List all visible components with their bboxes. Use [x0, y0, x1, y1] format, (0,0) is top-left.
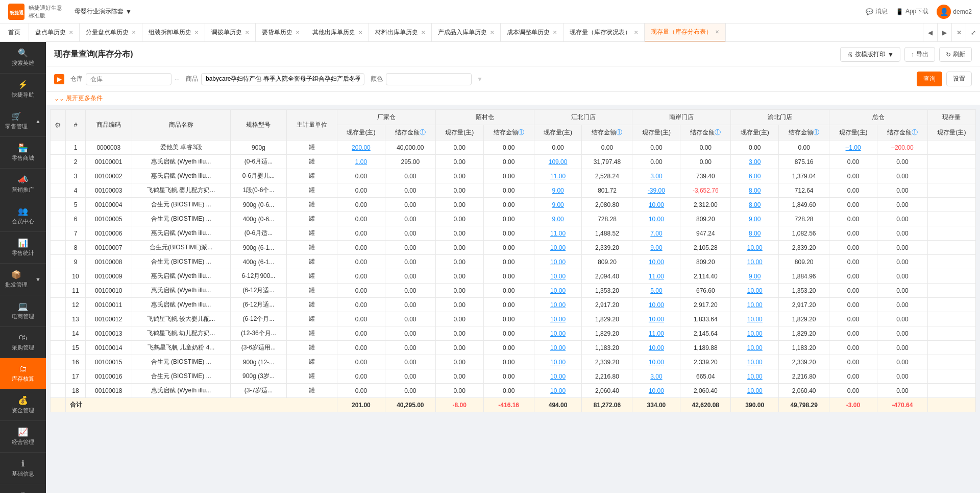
tab-stock-dist[interactable]: 现存量（库存分布表） ✕ — [645, 24, 726, 42]
basics-icon: ℹ — [4, 459, 42, 468]
avatar: 👤 — [937, 5, 951, 19]
tab-material-out[interactable]: 材料出库单历史 ✕ — [369, 24, 432, 42]
close-tab-stock-single[interactable]: ✕ — [69, 30, 73, 35]
th-nanan-amt: 结存金额① — [680, 125, 731, 140]
expand-conditions-btn[interactable]: ⌄⌄ 展开更多条件 — [54, 94, 103, 103]
purchase-icon: 🛍 — [4, 333, 42, 342]
top-right: 💬 消息 📱 App下载 👤 demo2 — [866, 5, 972, 19]
settings-btn[interactable]: 设置 — [946, 72, 972, 86]
th-yubei-amt: 结存金额① — [779, 125, 829, 140]
close-tab-stock-status[interactable]: ✕ — [634, 30, 638, 35]
th-jiangbei-store: 江北门店 — [534, 110, 632, 125]
th-factory-warehouse: 厂家仓 — [337, 110, 435, 125]
th-yubei-qty: 现存量(主) — [731, 125, 779, 140]
print-btn[interactable]: 🖨 按模版打印 ▼ — [840, 47, 900, 62]
close-tab-request-single[interactable]: ✕ — [296, 30, 300, 35]
sidebar-item-system[interactable]: ⚙ 系统管理 — [0, 484, 46, 493]
th-code: 商品编码 — [86, 110, 132, 140]
tab-group-disassemble[interactable]: 组装拆卸单历史 ✕ — [142, 24, 205, 42]
table-row: 300100002惠氏启赋 (Wyeth illu...0-6月婴儿...罐0.… — [51, 169, 976, 183]
product-search: 商品 — [186, 73, 364, 85]
close-tab-product-in[interactable]: ✕ — [490, 30, 494, 35]
tab-request-single[interactable]: 要货单历史 ✕ — [256, 24, 306, 42]
th-yubei-store: 渝北门店 — [731, 110, 829, 125]
logo-line1: 畅捷通好生意 — [29, 4, 62, 11]
th-index: # — [66, 110, 86, 140]
warehouse-more-btn[interactable]: ··· — [175, 76, 180, 83]
search-btn[interactable]: 查询 — [917, 72, 942, 86]
th-mocun-amt: 结存金额① — [483, 125, 534, 140]
refresh-btn[interactable]: ↻ 刷新 — [939, 47, 972, 62]
sidebar-item-finance[interactable]: 💰 资金管理 — [0, 389, 46, 421]
sidebar-item-basics[interactable]: ℹ 基础信息 — [0, 453, 46, 484]
sidebar-item-retailmall[interactable]: 🏪 零售商城 — [0, 137, 46, 169]
retail-expand-icon: ▲ — [35, 118, 41, 124]
app-download-btn[interactable]: 📱 App下载 — [896, 7, 928, 16]
tab-split-stock[interactable]: 分量盘点单历史 ✕ — [80, 24, 142, 42]
export-btn[interactable]: ↑ 导出 — [904, 47, 935, 62]
table-row: 600100005合生元 (BIOSTIME) ...400g (0-6...罐… — [51, 212, 976, 226]
user-menu[interactable]: 👤 demo2 — [937, 5, 972, 19]
nav-expand-btn[interactable]: ⤢ — [966, 24, 980, 42]
close-tab-other-out[interactable]: ✕ — [358, 30, 362, 35]
close-tab-split-stock[interactable]: ✕ — [132, 30, 136, 35]
tab-other-out[interactable]: 其他出库单历史 ✕ — [306, 24, 369, 42]
color-input[interactable] — [386, 73, 472, 85]
table-row: 1000100009惠氏启赋 (Wyeth illu...6-12月900...… — [51, 269, 976, 284]
close-tab-cost-adjust[interactable]: ✕ — [553, 30, 557, 35]
th-current-qty: 现存量(主) — [927, 125, 975, 140]
nav-controls: ◀ ▶ ✕ ⤢ — [923, 24, 980, 42]
nav-close-all-btn[interactable]: ✕ — [951, 24, 966, 42]
inventory-icon: 🗂 — [4, 364, 42, 373]
table-row: 500100004合生元 (BIOSTIME) ...900g (0-6...罐… — [51, 198, 976, 212]
gear-icon[interactable]: ⚙ — [55, 121, 61, 129]
sidebar-item-member[interactable]: 👥 会员中心 — [0, 200, 46, 232]
tab-product-in[interactable]: 产成品入库单历史 ✕ — [432, 24, 501, 42]
search-bar: ▶ 仓库 ··· 商品 颜色 ▼ 查询 设置 — [46, 66, 980, 92]
search-icon: 🔍 — [4, 48, 42, 58]
tab-stock-single[interactable]: 盘点单历史 ✕ — [29, 24, 80, 42]
nav-next-btn[interactable]: ▶ — [937, 24, 951, 42]
sidebar-item-purchase[interactable]: 🛍 采购管理 — [0, 327, 46, 358]
table-container[interactable]: ⚙ # 商品编码 商品名称 规格型号 主计量单位 厂家仓 陌村仓 江北门店 南岸… — [46, 105, 980, 493]
sidebar-item-retailstats[interactable]: 📊 零售统计 — [0, 232, 46, 264]
sidebar-item-retail[interactable]: 🛒 零售管理 ▲ — [0, 105, 46, 137]
messages-btn[interactable]: 💬 消息 — [866, 7, 888, 16]
tab-home[interactable]: 首页 — [0, 24, 29, 42]
product-input[interactable] — [201, 73, 364, 85]
logo-line2: 标准版 — [29, 12, 62, 19]
svg-text:畅捷通: 畅捷通 — [10, 10, 24, 15]
warehouse-search: 仓库 ··· — [70, 73, 180, 85]
close-tab-stock-dist[interactable]: ✕ — [715, 29, 719, 35]
tab-cost-adjust[interactable]: 成本调整单历史 ✕ — [501, 24, 564, 42]
table-row: 1600100015合生元 (BIOSTIME) ...900g (12-...… — [51, 355, 976, 369]
close-tab-adjust-single[interactable]: ✕ — [245, 30, 249, 35]
member-icon: 👥 — [4, 206, 42, 216]
marketing-icon: 📣 — [4, 175, 42, 184]
retailstats-icon: 📊 — [4, 238, 42, 248]
tab-stock-status[interactable]: 现存量（库存状况表） ✕ — [564, 24, 645, 42]
color-search: 颜色 ▼ — [371, 73, 483, 85]
sidebar-item-operations[interactable]: 📈 经营管理 — [0, 421, 46, 453]
sidebar-item-marketing[interactable]: 📣 营销推广 — [0, 169, 46, 200]
nav-prev-btn[interactable]: ◀ — [923, 24, 937, 42]
sidebar-item-inventory[interactable]: 🗂 库存核算 — [0, 358, 46, 389]
collapse-arrow[interactable]: ▶ — [54, 74, 64, 84]
sidebar-item-wholesale[interactable]: 📦 批发管理 ▼ — [0, 264, 46, 295]
color-dropdown-icon[interactable]: ▼ — [477, 76, 483, 83]
industry-selector[interactable]: 母婴行业演示陈套 ▼ — [75, 7, 132, 16]
content-area: 现存量查询(库存分布) 🖨 按模版打印 ▼ ↑ 导出 ↻ 刷新 — [46, 42, 980, 493]
sidebar-item-ecommerce[interactable]: 💻 电商管理 — [0, 295, 46, 327]
sidebar-item-search[interactable]: 🔍 搜索英雄 — [0, 42, 46, 74]
close-tab-material-out[interactable]: ✕ — [421, 30, 425, 35]
th-total-qty: 现存量(主) — [829, 125, 877, 140]
warehouse-input[interactable] — [86, 73, 172, 85]
table-row: 10000003爱他美 卓睿3段900g罐200.0040,000.000.00… — [51, 140, 976, 155]
th-jiangbei-qty: 现存量(主) — [534, 125, 582, 140]
close-tab-group-disassemble[interactable]: ✕ — [194, 30, 199, 35]
tab-adjust-single[interactable]: 调拨单历史 ✕ — [205, 24, 256, 42]
sidebar-item-quicknav[interactable]: ⚡ 快捷导航 — [0, 74, 46, 105]
table-row: 1200100011惠氏启赋 (Wyeth illu...(6-12月适...罐… — [51, 298, 976, 312]
table-row: 1300100012飞鹤星飞帆 较大婴儿配...(6-12个月...罐0.000… — [51, 312, 976, 326]
refresh-icon: ↻ — [946, 51, 951, 58]
